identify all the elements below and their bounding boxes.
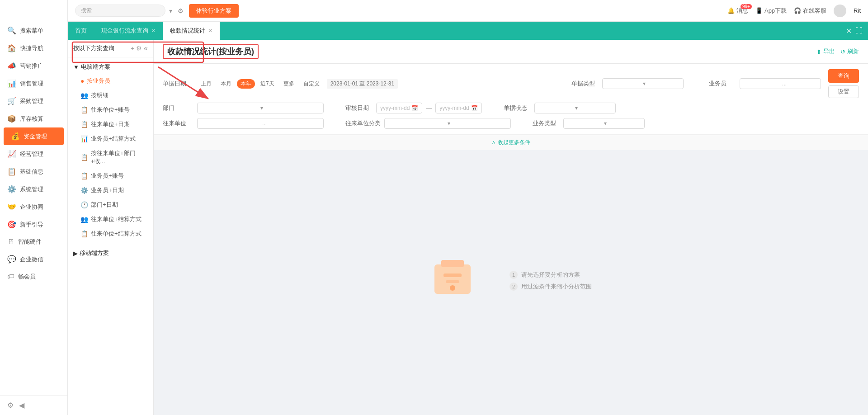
scheme-icon-unit-settle1: 👥 — [80, 216, 88, 223]
scheme-label-unit-settle2: 往来单位+结算方式 — [91, 230, 142, 238]
scheme-item-dept-date[interactable]: 🕐 部门+日期 — [68, 198, 153, 212]
tab-collection-stats-close[interactable]: ✕ — [208, 28, 212, 34]
sidebar-item-wechat[interactable]: 💬 企业微信 — [0, 250, 67, 268]
scheme-item-by-detail[interactable]: 👥 按明细 — [68, 88, 153, 103]
result-area: 1 请先选择要分析的方案 2 用过滤条件来缩小分析范围 — [154, 150, 868, 415]
sidebar-item-member[interactable]: 🏷 畅会员 — [0, 268, 67, 285]
scheme-item-by-salesman[interactable]: ● 按业务员 — [68, 74, 153, 88]
message-action[interactable]: 🔔 消息 99+ — [727, 7, 748, 15]
tab-bank-flow[interactable]: 现金银行流水查询 ✕ — [94, 22, 163, 40]
step-num-2: 2 — [509, 283, 518, 291]
query-button[interactable]: 查询 — [828, 69, 859, 83]
date-tab-this-year[interactable]: 本年 — [237, 79, 255, 89]
setting-button[interactable]: 设置 — [828, 85, 859, 98]
collapse-more-bar[interactable]: ∧ 收起更多条件 — [154, 135, 868, 150]
scheme-label-detail: 按明细 — [91, 91, 108, 99]
basic-icon: 📋 — [7, 167, 16, 176]
user-avatar[interactable] — [834, 5, 846, 17]
sidebar-item-collab[interactable]: 🤝 企业协同 — [0, 198, 67, 216]
tab-collection-stats[interactable]: 收款情况统计 ✕ — [163, 22, 220, 40]
scheme-item-unit-dept[interactable]: 📋 按往来单位+部门+收... — [68, 146, 153, 169]
sidebar-item-search[interactable]: 🔍 搜索菜单 — [0, 22, 67, 39]
doc-type-select[interactable]: ▾ — [602, 78, 684, 89]
doc-status-label: 单据状态 — [504, 104, 531, 112]
sidebar-label-marketing: 营销推广 — [20, 62, 43, 70]
section-mobile-label: 移动端方案 — [80, 249, 109, 257]
sidebar-item-operation[interactable]: 📈 经营管理 — [0, 145, 67, 163]
review-date-to-group[interactable]: yyyy-mm-dd 📅 — [435, 103, 481, 113]
scheme-section-desktop-title[interactable]: ▼ 电脑端方案 — [68, 60, 153, 74]
scheme-settings-button[interactable]: ⚙ — [136, 44, 142, 52]
header-actions: 🔔 消息 99+ 📱 App下载 🎧 在线客服 Rit — [727, 5, 861, 17]
date-tab-more[interactable]: 更多 — [280, 79, 298, 89]
counterpart-type-select[interactable]: ▾ — [384, 118, 511, 129]
tab-bank-flow-close[interactable]: ✕ — [151, 28, 156, 34]
search-placeholder: 搜索 — [81, 7, 92, 14]
sidebar-item-basic[interactable]: 📋 基础信息 — [0, 163, 67, 180]
dropdown-arrow-icon[interactable]: ▾ — [169, 7, 172, 14]
sidebar-item-quicknav[interactable]: 🏠 快捷导航 — [0, 39, 67, 57]
wechat-icon: 💬 — [7, 255, 16, 264]
sidebar-item-inventory[interactable]: 📦 库存核算 — [0, 110, 67, 127]
scheme-item-unit-account[interactable]: 📋 往来单位+账号 — [68, 103, 153, 117]
top-header: 6 畅捷通好生意 标准版 搜索 ▾ ⚙ 体验行业方案 🔔 消息 99+ 📱 Ap… — [0, 0, 868, 22]
online-service-action[interactable]: 🎧 在线客服 — [794, 7, 826, 15]
guide-icon: 🎯 — [7, 220, 16, 229]
scheme-item-unit-settle2[interactable]: 📋 往来单位+结算方式 — [68, 226, 153, 241]
doc-status-select[interactable]: ▾ — [534, 103, 616, 113]
dept-select[interactable]: ▾ — [197, 103, 324, 113]
tab-close-all-icon[interactable]: ✕ — [846, 27, 852, 35]
sidebar-item-guide[interactable]: 🎯 新手引导 — [0, 216, 67, 233]
svg-point-4 — [450, 285, 455, 291]
empty-illustration — [430, 255, 484, 301]
review-date-from-group[interactable]: yyyy-mm-dd 📅 — [376, 103, 422, 113]
scheme-item-unit-settle1[interactable]: 👥 往来单位+结算方式 — [68, 212, 153, 226]
trial-industry-button[interactable]: 体验行业方案 — [189, 4, 239, 18]
date-separator: — — [426, 105, 432, 112]
sidebar-label-member: 畅会员 — [18, 273, 36, 281]
date-tab-this-month[interactable]: 本月 — [217, 79, 235, 89]
section-desktop-label: 电脑端方案 — [81, 63, 110, 71]
system-icon: ⚙️ — [7, 185, 16, 193]
empty-step-1-label: 请先选择要分析的方案 — [521, 271, 580, 279]
tab-collection-stats-label: 收款情况统计 — [170, 27, 205, 35]
scheme-item-salesman-account[interactable]: 📋 业务员+账号 — [68, 169, 153, 183]
gear-icon[interactable]: ⚙ — [178, 7, 184, 14]
collapse-sidebar-icon[interactable]: ◀ — [19, 401, 24, 410]
scheme-item-salesman-settle[interactable]: 📊 业务员+结算方式 — [68, 132, 153, 146]
sidebar-item-hardware[interactable]: 🖥 智能硬件 — [0, 233, 67, 250]
empty-svg — [430, 255, 475, 296]
sidebar-label-purchase: 采购管理 — [20, 97, 43, 105]
sidebar-item-finance[interactable]: 💰 资金管理 — [4, 127, 64, 145]
scheme-collapse-button[interactable]: « — [144, 44, 148, 52]
scheme-section-mobile-title[interactable]: ▶ 移动端方案 — [68, 246, 153, 260]
sidebar-item-system[interactable]: ⚙️ 系统管理 — [0, 180, 67, 198]
date-tab-last-month[interactable]: 上月 — [197, 79, 215, 89]
filter-panel: 单据日期 上月 本月 本年 近7天 更多 自定义 2023-01-01 至 20… — [154, 64, 868, 135]
refresh-label: 刷新 — [847, 47, 859, 56]
sidebar-label-quicknav: 快捷导航 — [20, 44, 43, 52]
scheme-item-salesman-date[interactable]: ⚙️ 业务员+日期 — [68, 183, 153, 198]
tab-home[interactable]: 首页 — [68, 27, 94, 35]
scheme-item-unit-date[interactable]: 📋 往来单位+日期 — [68, 117, 153, 132]
filter-row-2: 部门 ▾ 审核日期 yyyy-mm-dd 📅 — yyyy-mm-dd 📅 — [163, 103, 859, 113]
tab-expand-icon[interactable]: ⛶ — [855, 27, 863, 35]
page-title-bar: 收款情况统计(按业务员) ⬆ 导出 ↺ 刷新 — [154, 40, 868, 64]
scheme-icon-unit-dept: 📋 — [80, 154, 88, 161]
counterpart-select[interactable]: ... — [197, 118, 324, 129]
refresh-button[interactable]: ↺ 刷新 — [840, 47, 859, 56]
biz-type-select[interactable]: ▾ — [563, 118, 645, 129]
scheme-add-button[interactable]: + — [131, 44, 134, 52]
date-tab-custom[interactable]: 自定义 — [300, 79, 323, 89]
app-download-action[interactable]: 📱 App下载 — [755, 7, 787, 15]
sidebar-item-sales[interactable]: 📊 销售管理 — [0, 75, 67, 92]
operation-icon: 📈 — [7, 150, 16, 158]
settings-footer-icon[interactable]: ⚙ — [7, 401, 14, 410]
export-button[interactable]: ⬆ 导出 — [816, 47, 835, 56]
salesman-select[interactable]: ... — [740, 78, 821, 89]
sidebar-items: 🔍 搜索菜单 🏠 快捷导航 📣 营销推广 📊 销售管理 🛒 采购管理 📦 库存核… — [0, 22, 67, 285]
date-tab-7days[interactable]: 近7天 — [257, 79, 278, 89]
sidebar-label-guide: 新手引导 — [20, 221, 43, 229]
sidebar-item-purchase[interactable]: 🛒 采购管理 — [0, 92, 67, 110]
sidebar-item-marketing[interactable]: 📣 营销推广 — [0, 57, 67, 75]
